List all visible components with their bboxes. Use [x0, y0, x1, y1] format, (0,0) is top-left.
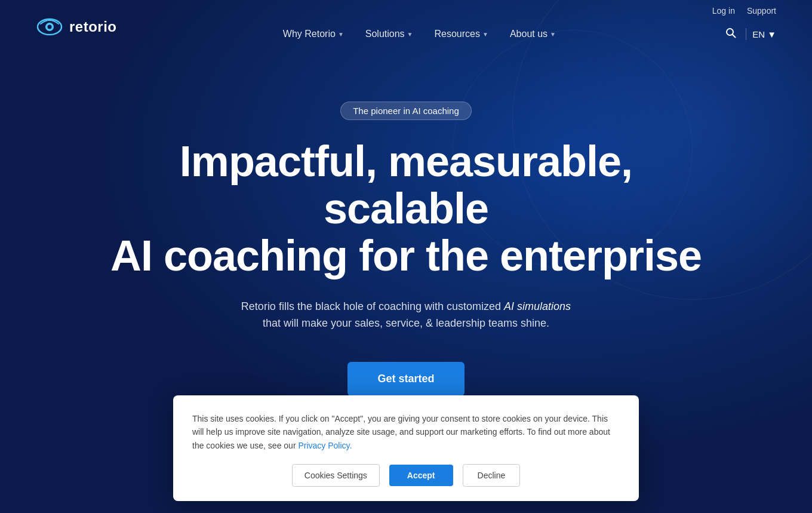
hero-badge: The pioneer in AI coaching — [340, 102, 472, 120]
search-button[interactable] — [722, 24, 740, 45]
cookie-text: This site uses cookies. If you click on … — [192, 412, 620, 452]
accept-button[interactable]: Accept — [389, 465, 453, 486]
chevron-down-icon: ▼ — [407, 31, 413, 38]
search-icon — [725, 27, 736, 38]
nav-item-resources[interactable]: Resources ▼ — [426, 24, 497, 44]
svg-line-4 — [733, 34, 736, 37]
nav-item-solutions[interactable]: Solutions ▼ — [357, 24, 422, 44]
privacy-policy-link[interactable]: Privacy Policy. — [298, 441, 352, 450]
nav-links: Why Retorio ▼ Solutions ▼ Resources ▼ Ab… — [275, 24, 564, 44]
decline-button[interactable]: Decline — [463, 464, 521, 487]
hero-section: The pioneer in AI coaching Impactful, me… — [0, 54, 812, 432]
nav-item-about-us[interactable]: About us ▼ — [502, 24, 564, 44]
nav-right: EN ▼ — [722, 24, 776, 45]
svg-point-2 — [48, 25, 52, 29]
nav-item-why-retorio[interactable]: Why Retorio ▼ — [275, 24, 352, 44]
chevron-down-icon: ▼ — [550, 31, 556, 38]
nav-divider — [746, 28, 746, 40]
navbar: retorio Why Retorio ▼ Solutions ▼ Resour… — [0, 0, 812, 54]
language-button[interactable]: EN ▼ — [752, 29, 776, 39]
chevron-down-icon: ▼ — [338, 31, 344, 38]
logo[interactable]: retorio — [36, 13, 117, 41]
get-started-button[interactable]: Get started — [347, 362, 464, 396]
cookie-banner: This site uses cookies. If you click on … — [173, 395, 639, 501]
cookies-settings-button[interactable]: Cookies Settings — [292, 464, 380, 487]
cookie-actions: Cookies Settings Accept Decline — [192, 464, 620, 487]
hero-subtitle: Retorio fills the black hole of coaching… — [227, 298, 585, 333]
hero-title: Impactful, measurable, scalable AI coach… — [107, 138, 705, 280]
chevron-down-icon: ▼ — [482, 31, 488, 38]
chevron-down-icon: ▼ — [767, 29, 776, 39]
logo-text: retorio — [69, 19, 117, 35]
logo-svg-icon — [36, 13, 63, 41]
